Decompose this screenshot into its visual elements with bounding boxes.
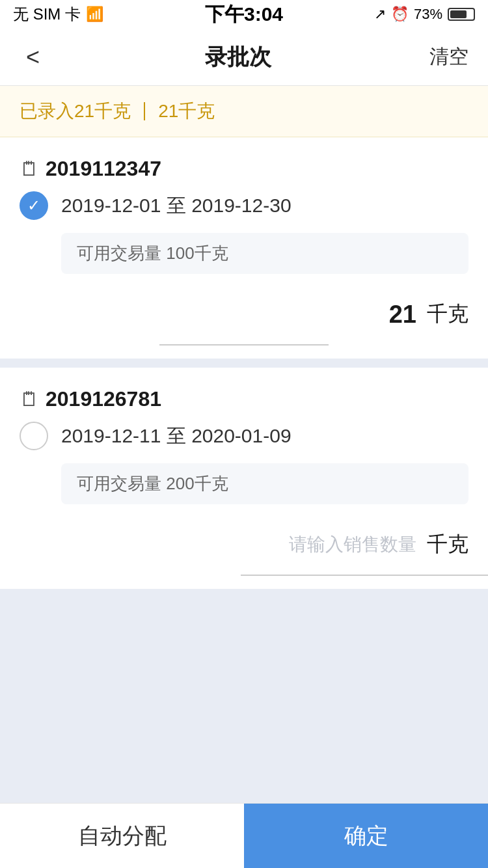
- qty-input-row-2: 请输入销售数量 千克: [0, 517, 488, 575]
- batch-id-2: 2019126781: [46, 387, 161, 411]
- batch-date-2: 2019-12-11 至 2020-01-09: [61, 423, 291, 450]
- radio-2[interactable]: [20, 422, 48, 450]
- doc-icon-1: 🗒: [20, 158, 39, 180]
- bottom-bar: 自动分配 确定: [0, 803, 488, 868]
- batch-card-2: 🗒 2019126781 2019-12-11 至 2020-01-09 可用交…: [0, 368, 488, 589]
- qty-value-1[interactable]: 21: [389, 301, 416, 329]
- check-icon-1: ✓: [27, 197, 40, 215]
- info-banner: 已录入21千克 21千克: [0, 86, 488, 137]
- available-qty-2: 可用交易量 200千克: [61, 463, 468, 504]
- total-label: 21千克: [158, 99, 215, 124]
- status-time: 下午3:04: [205, 1, 283, 28]
- status-bar: 无 SIM 卡 📶 下午3:04 ↗ ⏰ 73%: [0, 0, 488, 29]
- qty-unit-2: 千克: [427, 530, 468, 559]
- batch-id-1: 2019112347: [46, 157, 161, 181]
- battery-icon: [448, 8, 475, 21]
- back-button[interactable]: <: [20, 37, 46, 77]
- page-title: 录批次: [205, 42, 271, 72]
- doc-icon-2: 🗒: [20, 388, 39, 411]
- batch-card-1: 🗒 2019112347 ✓ 2019-12-01 至 2019-12-30 可…: [0, 137, 488, 359]
- qty-input-row-1: 21 千克: [0, 287, 488, 344]
- recorded-label: 已录入21千克: [20, 99, 131, 124]
- confirm-button[interactable]: 确定: [244, 804, 488, 868]
- carrier-text: 无 SIM 卡: [13, 4, 81, 25]
- clear-button[interactable]: 清空: [429, 44, 468, 70]
- section-divider: [0, 359, 488, 368]
- banner-divider: [144, 102, 145, 120]
- qty-unit-1: 千克: [427, 300, 468, 329]
- battery-percent: 73%: [414, 6, 442, 23]
- status-right: ↗ ⏰ 73%: [374, 6, 475, 23]
- status-left: 无 SIM 卡 📶: [13, 4, 103, 25]
- batch-date-row-2: 2019-12-11 至 2020-01-09: [20, 422, 468, 450]
- main-content: 🗒 2019112347 ✓ 2019-12-01 至 2019-12-30 可…: [0, 137, 488, 868]
- wifi-icon: 📶: [86, 6, 103, 23]
- auto-distribute-button[interactable]: 自动分配: [0, 804, 244, 868]
- batch-date-row-1: ✓ 2019-12-01 至 2019-12-30: [20, 191, 468, 220]
- batch-id-row-2: 🗒 2019126781: [20, 387, 468, 411]
- nav-bar: < 录批次 清空: [0, 29, 488, 86]
- available-qty-1: 可用交易量 100千克: [61, 233, 468, 274]
- radio-1[interactable]: ✓: [20, 191, 48, 220]
- location-icon: ↗: [374, 6, 386, 23]
- qty-placeholder-2[interactable]: 请输入销售数量: [289, 532, 416, 557]
- batch-date-1: 2019-12-01 至 2019-12-30: [61, 193, 291, 219]
- alarm-icon: ⏰: [391, 6, 409, 23]
- batch-id-row-1: 🗒 2019112347: [20, 157, 468, 181]
